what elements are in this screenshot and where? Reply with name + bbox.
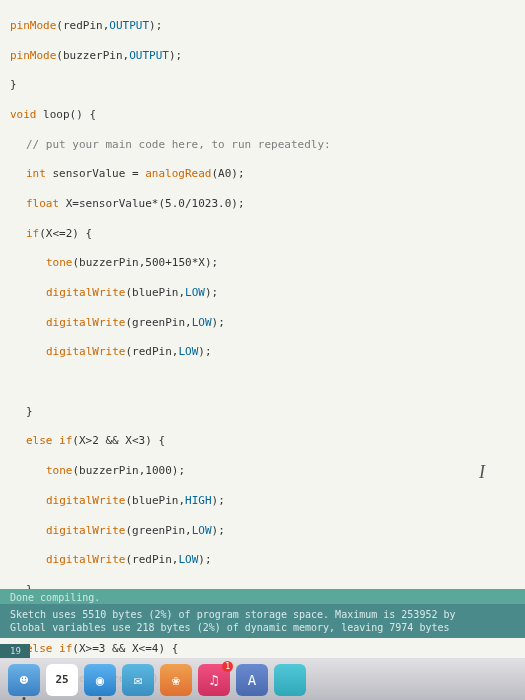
code-token: } — [10, 78, 17, 91]
code-token: ); — [205, 286, 218, 299]
code-token: ); — [198, 345, 211, 358]
code-token: ); — [212, 494, 225, 507]
code-token: ); — [169, 49, 182, 62]
code-token: (buzzerPin,500+150*X); — [73, 256, 219, 269]
badge-icon: 1 — [222, 661, 233, 672]
photos-icon[interactable]: ❀ — [160, 664, 192, 696]
mail-icon[interactable]: ✉ — [122, 664, 154, 696]
dock: ☻ 25 ◉ ✉ ❀ ♫1 A — [0, 658, 525, 700]
code-token: sensorValue = — [46, 167, 145, 180]
code-token: LOW — [185, 286, 205, 299]
code-token: void — [10, 108, 37, 121]
code-token: HIGH — [185, 494, 212, 507]
code-token: loop() { — [37, 108, 97, 121]
app-icon[interactable] — [274, 664, 306, 696]
status-line-2: Global variables use 218 bytes (2%) of d… — [10, 621, 515, 634]
code-token: ); — [212, 316, 225, 329]
safari-icon[interactable]: ◉ — [84, 664, 116, 696]
code-token: digitalWrite — [46, 524, 125, 537]
code-token: LOW — [192, 316, 212, 329]
code-token: (greenPin, — [125, 524, 191, 537]
status-bar: Sketch uses 5510 bytes (2%) of program s… — [0, 604, 525, 638]
code-token: digitalWrite — [46, 494, 125, 507]
code-comment: // put your main code here, to run repea… — [26, 138, 331, 151]
code-token: if — [26, 227, 39, 240]
code-token: (bluePin, — [125, 494, 185, 507]
code-token: (redPin, — [125, 345, 178, 358]
code-token: digitalWrite — [46, 553, 125, 566]
finder-icon[interactable]: ☻ — [8, 664, 40, 696]
code-token: LOW — [178, 345, 198, 358]
code-token: } — [26, 405, 33, 418]
code-token: (buzzerPin,1000); — [73, 464, 186, 477]
code-token: LOW — [192, 524, 212, 537]
code-token: int — [26, 167, 46, 180]
code-token: pinMode — [10, 49, 56, 62]
code-token: pinMode — [10, 19, 56, 32]
code-token: analogRead — [145, 167, 211, 180]
calendar-icon[interactable]: 25 — [46, 664, 78, 696]
code-token: else if — [26, 434, 72, 447]
code-token: X=sensorValue*(5.0/1023.0); — [59, 197, 244, 210]
code-token: else if — [26, 642, 72, 655]
code-token: tone — [46, 256, 73, 269]
code-token: digitalWrite — [46, 345, 125, 358]
code-token: (X>=3 && X<=4) { — [72, 642, 178, 655]
code-token: ); — [198, 553, 211, 566]
status-line-1: Sketch uses 5510 bytes (2%) of program s… — [10, 608, 515, 621]
code-token: digitalWrite — [46, 316, 125, 329]
code-token: (bluePin, — [125, 286, 185, 299]
code-token: (X>2 && X<3) { — [72, 434, 165, 447]
code-token: ); — [212, 524, 225, 537]
code-token: (redPin, — [56, 19, 109, 32]
code-token: (A0); — [211, 167, 244, 180]
code-token: tone — [46, 464, 73, 477]
code-token: OUTPUT — [109, 19, 149, 32]
itunes-icon[interactable]: ♫1 — [198, 664, 230, 696]
code-token: digitalWrite — [46, 286, 125, 299]
code-token: (redPin, — [125, 553, 178, 566]
code-token: OUTPUT — [129, 49, 169, 62]
code-token: (buzzerPin, — [56, 49, 129, 62]
code-token: (greenPin, — [125, 316, 191, 329]
code-token: ); — [149, 19, 162, 32]
code-token: LOW — [178, 553, 198, 566]
line-number-indicator: 19 — [0, 644, 30, 658]
text-cursor-icon: I — [479, 462, 485, 483]
code-token: (X<=2) { — [39, 227, 92, 240]
appstore-icon[interactable]: A — [236, 664, 268, 696]
code-token: float — [26, 197, 59, 210]
